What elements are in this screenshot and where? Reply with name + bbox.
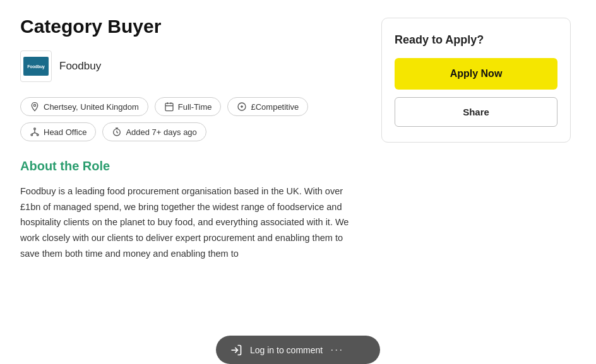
- svg-point-0: [33, 104, 35, 106]
- coin-icon: [237, 102, 247, 112]
- comment-bar-more-dots[interactable]: ···: [330, 343, 343, 356]
- log-in-to-comment-text: Log in to comment: [250, 345, 323, 355]
- job-type-label: Full-Time: [178, 102, 212, 112]
- role-description: Foodbuy is a leading food procurement or…: [20, 184, 361, 261]
- company-logo-text: Foodbuy: [27, 64, 44, 69]
- cluster-icon: [30, 127, 40, 137]
- timer-icon: [112, 127, 122, 137]
- comment-bar[interactable]: Log in to comment ···: [216, 336, 380, 364]
- apply-card: Ready to Apply? Apply Now Share: [381, 18, 571, 143]
- about-role-title: About the Role: [20, 159, 361, 173]
- tag-added: Added 7+ days ago: [102, 122, 206, 141]
- sidebar: Ready to Apply? Apply Now Share: [381, 18, 571, 143]
- tag-salary: £Competitive: [227, 97, 308, 116]
- login-icon: [230, 344, 242, 356]
- apply-now-button[interactable]: Apply Now: [395, 58, 557, 90]
- tag-office: Head Office: [20, 122, 96, 141]
- ready-to-apply-label: Ready to Apply?: [395, 33, 557, 47]
- svg-line-11: [35, 132, 38, 134]
- tags-row-2: Head Office Added 7+ days ago: [20, 122, 361, 141]
- location-label: Chertsey, United Kingdom: [44, 102, 139, 112]
- calendar-icon: [164, 102, 174, 112]
- salary-label: £Competitive: [251, 102, 299, 112]
- svg-point-7: [31, 134, 33, 136]
- job-title: Category Buyer: [20, 15, 361, 38]
- company-logo: Foodbuy: [20, 50, 52, 82]
- svg-point-6: [34, 128, 36, 130]
- tags-row-1: Chertsey, United Kingdom Full-Time £Comp…: [20, 97, 361, 116]
- company-row: Foodbuy Foodbuy: [20, 50, 361, 82]
- share-button[interactable]: Share: [395, 97, 557, 127]
- svg-rect-1: [165, 103, 173, 111]
- svg-point-8: [37, 134, 39, 136]
- tag-job-type: Full-Time: [155, 97, 222, 116]
- tag-location: Chertsey, United Kingdom: [20, 97, 148, 116]
- added-label: Added 7+ days ago: [126, 127, 196, 137]
- office-label: Head Office: [44, 127, 86, 137]
- pin-icon: [30, 102, 40, 112]
- svg-line-10: [32, 132, 35, 134]
- company-name: Foodbuy: [59, 60, 101, 73]
